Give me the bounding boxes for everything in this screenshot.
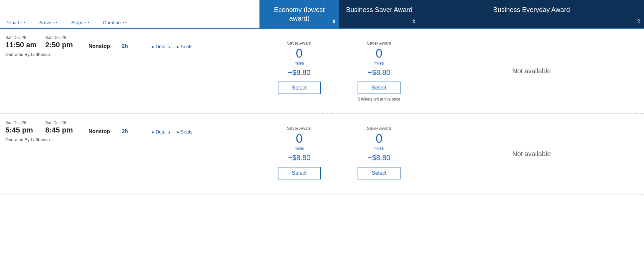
depart-date-2: Sat, Dec 26 [5,121,45,125]
seats-link-1[interactable]: Seats [177,44,193,49]
stops-sort-arrows: ▲▼ [84,21,90,24]
flight-row-2: Sat, Dec 26 5:45 pm Sat, Dec 26 8:45 pm … [0,114,644,194]
links-block-1: Details Seats [145,44,193,49]
business-saver-fee-2: +$8.80 [368,153,391,162]
duration-value-2: 2h [122,128,128,134]
operator-1: Operated By Lufthansa [5,52,254,57]
duration-value-1: 2h [122,43,128,49]
business-saver-select-btn-1[interactable]: Select [358,82,400,94]
depart-label: Depart [5,20,19,25]
not-available-2: Not available [512,126,551,182]
economy-award-type-2: Saver Award [287,126,311,131]
business-saver-miles-label-2: miles [374,146,384,151]
links-block-2: Details Seats [145,129,193,134]
business-saver-award-1: Saver Award 0 miles +$8.80 Select 5 tick… [339,35,419,107]
flight-info-1: Sat, Dec 26 11:50 am Sat, Dec 26 2:50 pm… [0,35,259,107]
flight-info-header: Depart ▲▼ Arrive ▲▼ Stops ▲▼ Duration ▲▼ [0,0,259,28]
arrive-time-1: 2:50 pm [45,41,85,49]
depart-sort-arrows: ▲▼ [21,21,26,24]
depart-block-1: Sat, Dec 26 11:50 am [5,35,45,49]
table-header: Depart ▲▼ Arrive ▲▼ Stops ▲▼ Duration ▲▼… [0,0,644,29]
depart-time-2: 5:45 pm [5,126,45,134]
business-saver-select-btn-2[interactable]: Select [358,167,400,179]
flight-times-2: Sat, Dec 26 5:45 pm Sat, Dec 26 8:45 pm … [5,121,254,134]
economy-select-btn-1[interactable]: Select [278,82,320,94]
economy-award-2: Saver Award 0 miles +$8.80 Select [259,121,339,187]
duration-label: Duration [103,20,121,25]
stops-label: Stops [71,20,83,25]
depart-sort[interactable]: Depart ▲▼ [5,20,26,25]
not-available-1: Not available [512,41,551,102]
business-everyday-award-2: Not available [419,121,644,187]
business-saver-title: Business Saver Award [346,5,412,14]
business-everyday-sort-btn[interactable]: ⇕ [636,18,641,25]
economy-title: Economy (lowest award) [263,5,335,23]
economy-miles-label-1: miles [294,61,304,66]
flight-row-1: Sat, Dec 26 11:50 am Sat, Dec 26 2:50 pm… [0,29,644,114]
seats-link-2[interactable]: Seats [177,129,193,134]
business-everyday-header: Business Everyday Award ⇕ [419,0,644,28]
business-saver-award-type-1: Saver Award [367,41,391,46]
operator-2: Operated By Lufthansa [5,137,254,142]
duration-block-1: 2h [118,43,145,49]
arrive-sort-arrows: ▲▼ [53,21,58,24]
arrive-block-2: Sat, Dec 26 8:45 pm [45,121,85,134]
arrive-sort[interactable]: Arrive ▲▼ [39,20,58,25]
economy-miles-2: 0 [296,133,302,145]
economy-miles-1: 0 [296,48,302,60]
business-saver-miles-label-1: miles [374,61,384,66]
flight-times-1: Sat, Dec 26 11:50 am Sat, Dec 26 2:50 pm… [5,35,254,49]
economy-header: Economy (lowest award) ⇕ [259,0,339,28]
arrive-block-1: Sat, Dec 26 2:50 pm [45,35,85,49]
business-everyday-award-1: Not available [419,35,644,107]
duration-sort-arrows: ▲▼ [122,21,127,24]
economy-fee-2: +$8.80 [288,153,311,162]
business-everyday-title: Business Everyday Award [493,5,570,14]
business-saver-award-2: Saver Award 0 miles +$8.80 Select [339,121,419,187]
depart-block-2: Sat, Dec 26 5:45 pm [5,121,45,134]
business-saver-header: Business Saver Award ⇕ [339,0,419,28]
economy-award-1: Saver Award 0 miles +$8.80 Select [259,35,339,107]
stops-block-1: Nonstop [85,43,118,49]
arrive-date-2: Sat, Dec 26 [45,121,85,125]
flight-info-2: Sat, Dec 26 5:45 pm Sat, Dec 26 8:45 pm … [0,121,259,187]
stops-value-1: Nonstop [88,43,110,49]
economy-award-type-1: Saver Award [287,41,311,46]
duration-sort[interactable]: Duration ▲▼ [103,20,127,25]
depart-time-1: 11:50 am [5,41,45,49]
economy-fee-1: +$8.80 [288,68,311,77]
business-saver-fee-1: +$8.80 [368,68,391,77]
economy-miles-label-2: miles [294,146,304,151]
stops-sort[interactable]: Stops ▲▼ [71,20,90,25]
economy-select-btn-2[interactable]: Select [278,167,320,179]
details-link-2[interactable]: Details [152,129,170,134]
business-saver-miles-1: 0 [376,48,382,60]
duration-block-2: 2h [118,128,145,134]
details-link-1[interactable]: Details [152,44,170,49]
business-saver-sort-btn[interactable]: ⇕ [411,18,416,25]
depart-date-1: Sat, Dec 26 [5,35,45,40]
economy-sort-btn[interactable]: ⇕ [332,18,336,25]
business-saver-miles-2: 0 [376,133,382,145]
stops-value-2: Nonstop [88,128,110,134]
business-saver-award-type-2: Saver Award [367,126,391,131]
arrive-label: Arrive [39,20,52,25]
arrive-time-2: 8:45 pm [45,126,85,134]
tickets-left-1: 5 tickets left at this price [358,97,400,102]
arrive-date-1: Sat, Dec 26 [45,35,85,40]
stops-block-2: Nonstop [85,128,118,134]
